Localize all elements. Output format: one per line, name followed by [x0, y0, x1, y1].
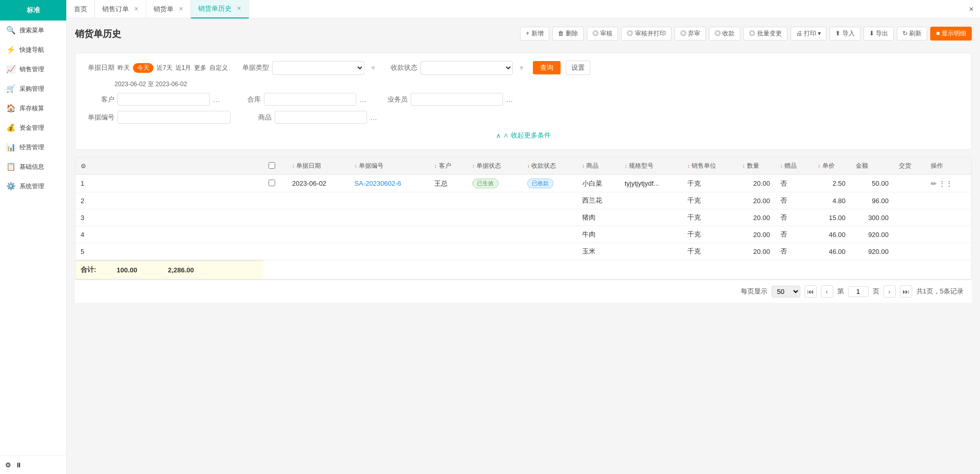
- tab-sales-goods[interactable]: 销货单 ✕: [146, 0, 191, 18]
- filter-docno-label: 单据编号: [84, 113, 114, 122]
- row-actions: [926, 243, 971, 260]
- table-footer-row: 合计: 100.00 2,286.00: [75, 260, 263, 279]
- select-all-checkbox[interactable]: [268, 162, 275, 169]
- row-doc-status: [467, 209, 522, 226]
- page-number-input[interactable]: [848, 286, 869, 297]
- filter-goods-label: 商品: [241, 113, 272, 122]
- filter-collect-select[interactable]: [420, 61, 513, 75]
- row-doc-status: [467, 243, 522, 260]
- next-page-btn[interactable]: ›: [883, 285, 896, 298]
- edit-icon[interactable]: ✏: [931, 180, 937, 188]
- date-yesterday[interactable]: 昨天: [118, 64, 130, 72]
- page-size-select[interactable]: 50 10 20 100: [772, 286, 800, 298]
- tab-sales-history[interactable]: 销货单历史 ✕: [191, 0, 249, 18]
- row-select-checkbox[interactable]: [268, 180, 275, 186]
- tab-sales-order[interactable]: 销售订单 ✕: [95, 0, 146, 18]
- tab-sales-goods-close[interactable]: ✕: [179, 6, 183, 12]
- batch-change-button[interactable]: ◎ 批量变更: [743, 27, 787, 41]
- sidebar-item-purchase-mgmt[interactable]: 🛒 采购管理: [0, 79, 66, 98]
- sidebar-item-finance[interactable]: 💰 资金管理: [0, 118, 66, 137]
- date-more[interactable]: 更多: [194, 64, 206, 72]
- row-doc-no[interactable]: [349, 209, 429, 226]
- first-page-btn[interactable]: ⏮: [804, 285, 817, 298]
- sidebar-item-sys-mgmt[interactable]: ⚙️ 系统管理: [0, 176, 66, 196]
- row-amount: 920.00: [851, 226, 894, 243]
- date-today[interactable]: 今天: [133, 63, 153, 73]
- row-doc-no[interactable]: SA-20230602-6: [349, 175, 429, 192]
- row-gift: 否: [775, 243, 813, 260]
- filter-docno-input[interactable]: [118, 111, 230, 124]
- date-1month[interactable]: 近1月: [176, 64, 191, 72]
- more-icon[interactable]: ⋮⋮: [938, 180, 953, 188]
- row-doc-no[interactable]: [349, 192, 429, 209]
- import-button[interactable]: ⬆ 导入: [830, 27, 860, 41]
- sidebar-setting-icon[interactable]: ⚙: [5, 461, 11, 469]
- row-collect-status: [522, 243, 577, 260]
- row-qty: 20.00: [737, 175, 775, 192]
- row-checkbox[interactable]: [263, 226, 287, 243]
- last-page-btn[interactable]: ⏭: [900, 285, 912, 298]
- sidebar-item-search-menu[interactable]: 🔍 搜索菜单: [0, 21, 66, 40]
- row-actions: ✏ ⋮⋮: [926, 175, 971, 192]
- customer-picker-icon[interactable]: ...: [213, 95, 220, 104]
- row-checkbox[interactable]: [263, 192, 287, 209]
- row-checkbox[interactable]: [263, 209, 287, 226]
- abandon-button[interactable]: ◎ 弃审: [675, 27, 706, 41]
- tab-sales-order-close[interactable]: ✕: [134, 6, 139, 12]
- row-doc-no[interactable]: [349, 226, 429, 243]
- tab-home[interactable]: 首页: [67, 0, 95, 18]
- sidebar-item-sales-mgmt[interactable]: 📈 销售管理: [0, 60, 66, 79]
- col-settings[interactable]: ⚙: [75, 157, 263, 175]
- print-button[interactable]: 🖨 打印 ▾: [791, 27, 827, 41]
- row-qty: 20.00: [737, 226, 775, 243]
- row-spec: [620, 243, 682, 260]
- collapse-filter-btn[interactable]: ∧ ∧ 收起更多条件: [84, 129, 963, 142]
- settings-button[interactable]: 设置: [566, 61, 590, 75]
- footer-gift: [142, 266, 152, 274]
- warehouse-picker-icon[interactable]: ...: [359, 95, 366, 104]
- query-button[interactable]: 查询: [533, 61, 561, 74]
- filter-date-label: 单据日期: [84, 63, 114, 72]
- row-unit: 千克: [682, 175, 737, 192]
- audit-print-button[interactable]: ◎ 审核并打印: [621, 27, 671, 41]
- collect-button[interactable]: ◎ 收款: [709, 27, 740, 41]
- sidebar-item-quick-nav[interactable]: ⚡ 快捷导航: [0, 40, 66, 60]
- show-detail-button[interactable]: ■ 显示明细: [930, 27, 972, 41]
- sidebar-item-inventory[interactable]: 🏠 库存核算: [0, 98, 66, 118]
- sidebar-item-label: 采购管理: [20, 85, 44, 93]
- filter-warehouse-input[interactable]: [264, 93, 356, 106]
- tab-close-all[interactable]: ✕: [963, 6, 980, 13]
- sort-icon: ↕: [742, 163, 745, 169]
- row-checkbox[interactable]: [263, 175, 287, 192]
- sidebar-item-label: 销售管理: [20, 65, 44, 74]
- row-spec: tyjytjytjydf...: [620, 175, 682, 192]
- filter-goods-input[interactable]: [275, 111, 367, 124]
- refresh-button[interactable]: ↻ 刷新: [897, 27, 927, 41]
- goods-picker-icon[interactable]: ...: [370, 113, 377, 122]
- add-button[interactable]: + 新增: [520, 27, 549, 41]
- filter-customer-input[interactable]: [118, 93, 210, 106]
- row-amount: 50.00: [851, 175, 894, 192]
- sort-icon: ↕: [527, 163, 530, 169]
- sidebar-item-ops-mgmt[interactable]: 📊 经营管理: [0, 137, 66, 157]
- date-custom[interactable]: 自定义: [209, 64, 228, 72]
- row-goods: 猪肉: [577, 209, 620, 226]
- delete-button[interactable]: 🗑 删除: [552, 27, 584, 41]
- tab-sales-history-label: 销货单历史: [198, 4, 232, 13]
- sidebar-toggle-icon[interactable]: ⏸: [15, 461, 22, 469]
- row-doc-no[interactable]: [349, 243, 429, 260]
- col-checkbox[interactable]: [263, 157, 287, 175]
- row-actions: [926, 192, 971, 209]
- home-icon: 🏠: [6, 104, 15, 113]
- prev-page-btn[interactable]: ‹: [821, 285, 833, 298]
- filter-doctype-select[interactable]: [272, 61, 364, 75]
- salesperson-picker-icon[interactable]: ...: [506, 95, 513, 104]
- audit-button[interactable]: ◎ 审核: [587, 27, 618, 41]
- sidebar-item-basic-info[interactable]: 📋 基础信息: [0, 157, 66, 176]
- filter-salesperson-input[interactable]: [411, 93, 503, 106]
- ops-icon: 📊: [6, 143, 15, 152]
- date-7days[interactable]: 近7天: [157, 64, 172, 72]
- tab-sales-history-close[interactable]: ✕: [237, 5, 241, 12]
- export-button[interactable]: ⬇ 导出: [863, 27, 894, 41]
- row-checkbox[interactable]: [263, 243, 287, 260]
